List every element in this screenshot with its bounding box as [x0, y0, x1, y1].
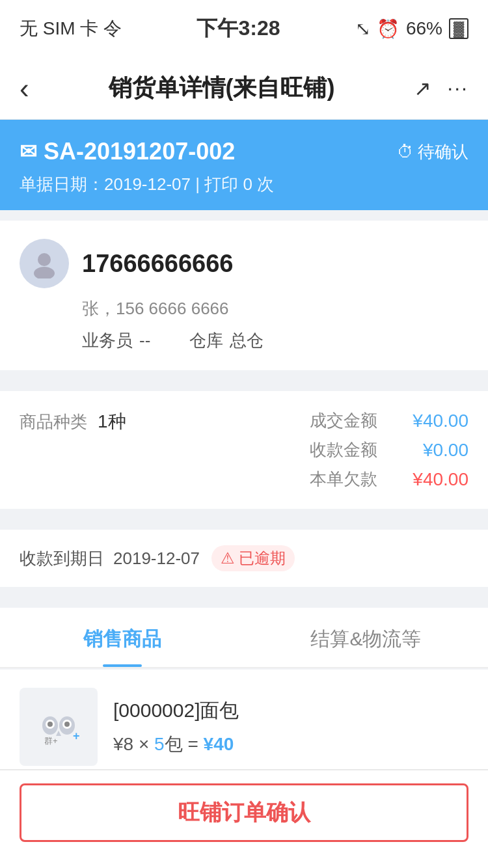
tab-settlement-label: 结算&物流等 [310, 628, 421, 649]
amount-row-2: 本单欠款 ¥40.00 [310, 468, 468, 491]
order-status: ⏱ 待确认 [397, 141, 468, 163]
order-id: ✉ SA-20191207-002 [20, 138, 235, 165]
product-equals: = [187, 734, 203, 754]
customer-detail: 张，156 6666 6666 [20, 297, 468, 320]
more-icon[interactable]: ··· [447, 76, 468, 100]
product-type-label: 商品种类 [20, 411, 87, 433]
salesperson-value: -- [139, 331, 150, 351]
summary-right: 成交金额 ¥40.00 收款金额 ¥0.00 本单欠款 ¥40.00 [310, 409, 468, 491]
svg-text:+: + [73, 729, 80, 742]
customer-top: 17666666666 [20, 239, 468, 288]
salesperson-row: 业务员 -- [82, 329, 150, 352]
avatar [20, 239, 69, 288]
divider-3 [0, 587, 488, 597]
product-code: [0000002] [113, 699, 200, 721]
product-unit-price: ¥8 [113, 734, 133, 754]
summary-left: 商品种类 1种 [20, 409, 310, 434]
warehouse-label: 仓库 [189, 329, 223, 352]
amount-row-0: 成交金额 ¥40.00 [310, 409, 468, 432]
status-right: ⤡ ⏰ 66% ▓ [355, 18, 468, 40]
order-print: | 打印 0 次 [195, 174, 274, 194]
product-name-text: 面包 [200, 699, 239, 721]
customer-row: 业务员 -- 仓库 总仓 [20, 329, 468, 352]
svg-point-7 [64, 722, 70, 727]
location-icon: ⤡ [355, 18, 370, 40]
product-type-value: 1种 [98, 409, 126, 434]
warehouse-row: 仓库 总仓 [189, 329, 264, 352]
tab-sales-products[interactable]: 销售商品 [0, 608, 244, 667]
product-name: [0000002]面包 [113, 698, 468, 724]
order-id-text: SA-20191207-002 [44, 138, 235, 165]
sim-label: 无 SIM 卡 令 [20, 16, 122, 41]
summary-card: 商品种类 1种 成交金额 ¥40.00 收款金额 ¥0.00 本单欠款 ¥40.… [0, 391, 488, 509]
battery-icon: ▓ [449, 18, 468, 39]
nav-icons: ↗ ··· [414, 76, 468, 101]
order-meta: 单据日期：2019-12-07 | 打印 0 次 [20, 173, 468, 196]
product-list: + 群+ [0000002]面包 ¥8 × 5包 = ¥40 [0, 670, 488, 784]
product-price: ¥8 × 5包 = ¥40 [113, 732, 468, 757]
order-header: ✉ SA-20191207-002 ⏱ 待确认 单据日期：2019-12-07 … [0, 120, 488, 210]
order-icon: ✉ [20, 139, 37, 164]
battery-label: 66% [406, 18, 442, 39]
status-bar: 无 SIM 卡 令 下午3:28 ⤡ ⏰ 66% ▓ [0, 0, 488, 57]
confirm-button[interactable]: 旺铺订单确认 [20, 783, 468, 842]
order-status-text: 待确认 [418, 141, 468, 163]
product-multiply: × [139, 734, 154, 754]
divider-1 [0, 370, 488, 381]
salesperson-label: 业务员 [82, 329, 133, 352]
customer-card: 17666666666 张，156 6666 6666 业务员 -- 仓库 总仓 [0, 221, 488, 370]
customer-phone[interactable]: 17666666666 [82, 250, 233, 278]
due-date-value: 2019-12-07 [113, 549, 200, 569]
page-title: 销货单详情(来自旺铺) [109, 72, 335, 104]
overdue-text: 已逾期 [239, 548, 286, 569]
amount-label-1: 收款金额 [310, 439, 377, 461]
svg-point-1 [34, 267, 55, 278]
bottom-bar: 旺铺订单确认 [0, 769, 488, 868]
tab-sales-products-label: 销售商品 [83, 628, 161, 649]
status-time: 下午3:28 [197, 14, 280, 43]
amount-label-0: 成交金额 [310, 409, 377, 432]
order-date: 单据日期：2019-12-07 [20, 174, 191, 194]
svg-marker-8 [56, 731, 61, 736]
product-thumbnail: + 群+ [20, 688, 98, 766]
overdue-icon: ⚠ [221, 549, 235, 567]
product-qty: 5 [154, 734, 165, 754]
due-date-card: 收款到期日 2019-12-07 ⚠ 已逾期 [0, 530, 488, 587]
tabs-bar: 销售商品 结算&物流等 [0, 608, 488, 668]
product-unit: 包 [165, 734, 183, 754]
svg-point-6 [47, 722, 53, 727]
warehouse-value: 总仓 [230, 329, 264, 352]
svg-text:群+: 群+ [44, 736, 58, 746]
back-button[interactable]: ‹ [20, 72, 29, 105]
amount-value-2: ¥40.00 [390, 469, 468, 490]
due-date-label: 收款到期日 [20, 547, 104, 570]
amount-value-1: ¥0.00 [390, 440, 468, 461]
product-item-0: + 群+ [0000002]面包 ¥8 × 5包 = ¥40 [20, 688, 468, 766]
alarm-icon: ⏰ [377, 18, 400, 40]
amount-label-2: 本单欠款 [310, 468, 377, 491]
tab-settlement[interactable]: 结算&物流等 [244, 608, 488, 667]
overdue-badge: ⚠ 已逾期 [211, 545, 295, 571]
nav-bar: ‹ 销货单详情(来自旺铺) ↗ ··· [0, 57, 488, 120]
confirm-button-label: 旺铺订单确认 [178, 798, 310, 828]
product-total: ¥40 [204, 734, 234, 754]
amount-value-0: ¥40.00 [390, 411, 468, 431]
share-icon[interactable]: ↗ [414, 76, 431, 101]
order-header-top: ✉ SA-20191207-002 ⏱ 待确认 [20, 138, 468, 165]
svg-point-0 [38, 253, 51, 266]
amount-row-1: 收款金额 ¥0.00 [310, 439, 468, 461]
product-info: [0000002]面包 ¥8 × 5包 = ¥40 [113, 698, 468, 757]
status-clock-icon: ⏱ [397, 142, 414, 162]
divider-2 [0, 509, 488, 519]
status-left: 无 SIM 卡 令 [20, 16, 122, 41]
